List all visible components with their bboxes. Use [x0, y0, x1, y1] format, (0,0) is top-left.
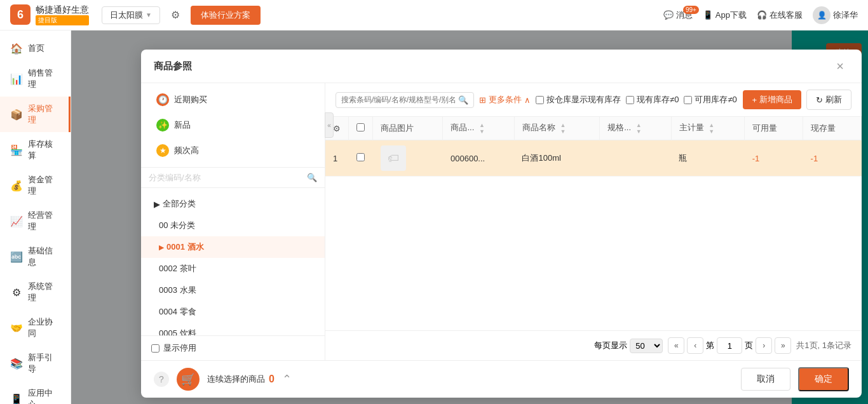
topbar: 6 畅捷通好生意 捷目版 日太阳膜 ▼ ⚙ 体验行业方案 💬 消息 99+ 📱 … — [0, 0, 868, 30]
messages-button[interactable]: 💬 消息 99+ — [663, 10, 693, 21]
collapse-panel-button[interactable]: « — [325, 112, 334, 138]
sidebar-item-label: 新手引导 — [28, 352, 60, 375]
th-spec[interactable]: 规格... ▲▼ — [600, 117, 671, 140]
warehouse-check[interactable]: 按仓库显示现有库存 — [536, 94, 621, 105]
help-button[interactable]: ? — [154, 372, 169, 387]
quick-buttons: 🕐 近期购买 ✨ 新品 ★ 频次高 « — [141, 83, 325, 167]
app-label: App下载 — [715, 10, 747, 21]
show-disabled-checkbox[interactable] — [151, 344, 159, 353]
cat-arrow-icon: ▶ — [159, 244, 164, 251]
nav-selector[interactable]: 日太阳膜 ▼ — [102, 6, 160, 24]
th-code[interactable]: 商品... ▲▼ — [443, 117, 514, 140]
warehouse-checkbox[interactable] — [536, 96, 544, 104]
cart-button[interactable]: 🛒 — [177, 368, 200, 391]
row-checkbox — [349, 140, 373, 177]
logo-text: 畅捷通好生意 — [36, 4, 89, 15]
sidebar-item-collab[interactable]: 🤝 企业协同 — [0, 310, 71, 346]
last-page-button[interactable]: » — [775, 337, 791, 354]
gear-button[interactable]: ⚙ — [165, 5, 186, 25]
th-stock: 现存量 — [803, 117, 862, 140]
th-unit-label: 主计量 — [679, 123, 704, 132]
usable-checkbox[interactable] — [684, 96, 692, 104]
sidebar-item-basic[interactable]: 🔤 基础信息 — [0, 239, 71, 274]
available-check[interactable]: 现有库存≠0 — [626, 94, 679, 105]
sidebar-item-label: 应用中心 — [28, 387, 60, 404]
page-size-selector: 每页显示 50 10 20 100 — [594, 339, 663, 353]
product-search-box: 🔍 — [336, 92, 474, 108]
category-liquor[interactable]: ▶ 0001 酒水 — [141, 236, 325, 258]
sidebar-item-app[interactable]: 📱 应用中心 — [0, 381, 71, 404]
category-snack[interactable]: 0004 零食 — [141, 301, 325, 323]
more-conditions-button[interactable]: ⊞ 更多条件 ∧ — [479, 94, 531, 105]
sales-icon: 📊 — [10, 72, 23, 85]
row-select-checkbox[interactable] — [356, 153, 365, 161]
sidebar-item-home[interactable]: 🏠 首页 — [0, 36, 71, 61]
usable-check[interactable]: 可用库存≠0 — [684, 94, 736, 105]
refresh-button[interactable]: ↻ 刷新 — [806, 90, 851, 110]
category-search-bar: 🔍 — [141, 167, 325, 188]
confirm-button[interactable]: 确定 — [798, 367, 849, 391]
sidebar-item-inventory[interactable]: 🏪 库存核算 — [0, 132, 71, 168]
home-icon: 🏠 — [10, 42, 23, 55]
category-beverage[interactable]: 0005 饮料 — [141, 323, 325, 335]
category-all[interactable]: ▶ 全部分类 — [141, 193, 325, 215]
th-name[interactable]: 商品名称 ▲▼ — [514, 117, 599, 140]
sort-arrows: ▲▼ — [709, 122, 714, 135]
high-freq-label: 频次高 — [174, 145, 199, 156]
product-table: ⚙ 商品图片 商品... ▲▼ — [325, 117, 862, 177]
sidebar-item-purchase[interactable]: 📦 采购管理 — [0, 97, 71, 132]
sidebar-item-guide[interactable]: 📚 新手引导 — [0, 346, 71, 381]
new-product-btn[interactable]: ✨ 新品 — [149, 114, 317, 137]
nav-selector-arrow: ▼ — [146, 11, 152, 18]
row-index: 1 — [325, 140, 349, 177]
page-navigation: « ‹ 第 页 › » — [668, 337, 791, 354]
user-menu[interactable]: 👤 徐泽华 — [813, 6, 858, 24]
service-button[interactable]: 🎧 在线客服 — [757, 10, 803, 21]
new-icon: ✨ — [156, 119, 169, 131]
sidebar-item-sales[interactable]: 📊 销售管理 — [0, 61, 71, 97]
inventory-icon: 🏪 — [10, 144, 23, 156]
add-product-button[interactable]: + 新增商品 — [743, 90, 801, 109]
chevron-up-icon: ∧ — [524, 95, 531, 105]
available-check-label: 现有库存≠0 — [637, 94, 679, 105]
category-fruit[interactable]: 0003 水果 — [141, 279, 325, 301]
page-suffix: 页 — [745, 340, 753, 351]
recent-purchase-btn[interactable]: 🕐 近期购买 — [149, 88, 317, 111]
sidebar-item-label: 基础信息 — [28, 245, 60, 268]
cat-label: 0005 饮料 — [159, 328, 196, 335]
cancel-button[interactable]: 取消 — [741, 368, 790, 391]
cat-arrow-icon: ▶ — [154, 199, 160, 209]
new-product-label: 新品 — [174, 119, 191, 131]
modal-close-button[interactable]: × — [831, 57, 849, 75]
sidebar-item-business[interactable]: 📈 经营管理 — [0, 203, 71, 239]
per-page-select[interactable]: 50 10 20 100 — [630, 339, 663, 353]
category-tea[interactable]: 0002 茶叶 — [141, 258, 325, 279]
high-freq-btn[interactable]: ★ 频次高 — [149, 139, 317, 162]
app-download-button[interactable]: 📱 App下载 — [703, 10, 747, 21]
next-page-button[interactable]: › — [756, 337, 772, 354]
category-search-input[interactable] — [149, 173, 307, 182]
available-checkbox[interactable] — [626, 96, 634, 104]
row-unit: 瓶 — [671, 140, 745, 177]
add-icon: + — [752, 95, 757, 105]
logo-badge: 捷目版 — [36, 15, 89, 25]
page-number-input[interactable] — [717, 337, 742, 354]
trial-button[interactable]: 体验行业方案 — [191, 6, 261, 25]
left-panel: 🕐 近期购买 ✨ 新品 ★ 频次高 « — [141, 83, 325, 360]
th-spec-label: 规格... — [607, 123, 631, 132]
footer-collapse-button[interactable]: ⌃ — [282, 372, 292, 386]
th-unit[interactable]: 主计量 ▲▼ — [671, 117, 745, 140]
select-all-checkbox[interactable] — [356, 123, 365, 131]
sidebar-item-system[interactable]: ⚙ 系统管理 — [0, 274, 71, 310]
product-search-input[interactable] — [341, 95, 456, 104]
product-search-icon[interactable]: 🔍 — [458, 95, 468, 105]
prev-page-button[interactable]: ‹ — [687, 337, 703, 354]
refresh-icon: ↻ — [816, 95, 823, 105]
category-search-icon[interactable]: 🔍 — [307, 173, 317, 182]
row-image: 🏷 — [373, 140, 443, 177]
category-uncategorized[interactable]: 00 未分类 — [141, 215, 325, 236]
table-row[interactable]: 1 🏷 000600... 白酒100ml 瓶 -1 — [325, 140, 862, 177]
show-disabled-toggle[interactable]: 显示停用 — [141, 335, 325, 360]
first-page-button[interactable]: « — [668, 337, 684, 354]
sidebar-item-finance[interactable]: 💰 资金管理 — [0, 168, 71, 203]
